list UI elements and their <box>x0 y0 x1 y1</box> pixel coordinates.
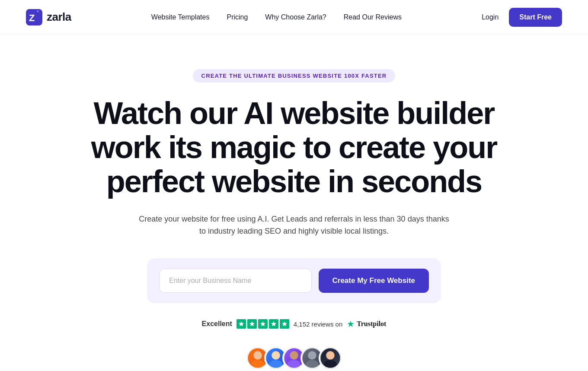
nav-item-why[interactable]: Why Choose Zarla? <box>265 13 326 21</box>
reviewer-avatars <box>246 346 342 370</box>
svg-point-6 <box>272 351 280 360</box>
trustpilot-brand: Trustpilot <box>357 320 386 328</box>
navbar: Z zarla Website Templates Pricing Why Ch… <box>0 0 588 35</box>
hero-section: CREATE THE ULTIMATE BUSINESS WEBSITE 100… <box>0 35 588 370</box>
star-2 <box>247 319 257 329</box>
avatar-5 <box>319 346 342 370</box>
svg-point-16 <box>324 360 337 369</box>
hero-form-box: Create My Free Website <box>147 258 441 303</box>
trustpilot-logo: ★ Trustpilot <box>347 319 386 329</box>
nav-link-templates[interactable]: Website Templates <box>151 13 210 21</box>
star-4 <box>269 319 278 329</box>
trustpilot-star-icon: ★ <box>347 319 355 329</box>
nav-link-why[interactable]: Why Choose Zarla? <box>265 13 326 21</box>
star-1 <box>236 319 246 329</box>
logo[interactable]: Z zarla <box>26 9 71 25</box>
nav-item-pricing[interactable]: Pricing <box>227 13 248 21</box>
zarla-logo-icon: Z <box>26 9 42 25</box>
svg-text:Z: Z <box>29 13 35 23</box>
hero-subtitle: Create your website for free using A.I. … <box>138 213 450 238</box>
star-3 <box>258 319 268 329</box>
trustpilot-row: Excellent 4,152 reviews on <box>202 319 387 329</box>
trustpilot-stars <box>236 319 289 329</box>
star-5 <box>280 319 289 329</box>
svg-point-10 <box>288 360 300 369</box>
trustpilot-review-count: 4,152 reviews on <box>294 320 342 328</box>
svg-point-13 <box>306 360 319 369</box>
svg-point-4 <box>251 360 264 369</box>
hero-title: Watch our AI website builder work its ma… <box>56 96 532 199</box>
nav-links: Website Templates Pricing Why Choose Zar… <box>151 13 402 21</box>
hero-badge: CREATE THE ULTIMATE BUSINESS WEBSITE 100… <box>193 69 396 82</box>
nav-item-reviews[interactable]: Read Our Reviews <box>344 13 402 21</box>
nav-link-pricing[interactable]: Pricing <box>227 13 248 21</box>
start-free-button[interactable]: Start Free <box>509 8 562 27</box>
svg-point-12 <box>308 351 316 360</box>
svg-point-15 <box>326 351 335 360</box>
trustpilot-section: Excellent 4,152 reviews on <box>202 319 387 329</box>
logo-wordmark: zarla <box>47 10 71 24</box>
nav-right: Login Start Free <box>482 8 562 27</box>
svg-point-3 <box>253 351 262 360</box>
svg-point-9 <box>290 351 298 360</box>
nav-link-reviews[interactable]: Read Our Reviews <box>344 13 402 21</box>
login-button[interactable]: Login <box>482 13 499 21</box>
create-website-button[interactable]: Create My Free Website <box>319 269 429 293</box>
business-name-input[interactable] <box>159 269 312 293</box>
nav-item-templates[interactable]: Website Templates <box>151 13 210 21</box>
svg-point-7 <box>269 360 282 369</box>
trustpilot-excellent: Excellent <box>202 320 232 328</box>
